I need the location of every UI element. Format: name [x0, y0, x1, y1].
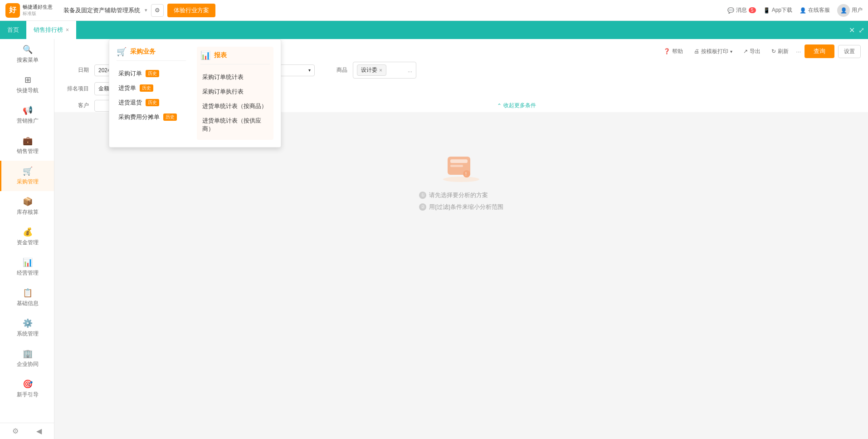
tab-close-icon[interactable]: ✕: [849, 26, 855, 35]
date-label: 日期: [62, 66, 89, 74]
inventory-icon: 📦: [23, 197, 33, 207]
user-item[interactable]: 👤 用户: [837, 4, 863, 17]
messages-item[interactable]: 💬 消息 5: [727, 6, 756, 14]
system-name: 装备及固定资产辅助管理系统: [63, 6, 140, 15]
tab-expand-icon[interactable]: ⤢: [858, 26, 864, 35]
purchase-order-label: 采购订单: [118, 69, 142, 78]
toolbar-more-icon[interactable]: ···: [796, 48, 801, 55]
sidebar-item-basic[interactable]: 📋 基础信息: [0, 282, 54, 313]
sidebar-inventory-label: 库存核算: [17, 208, 39, 216]
online-service-label: 在线客服: [808, 6, 830, 14]
expense-history[interactable]: 历史: [163, 113, 177, 121]
query-btn[interactable]: 查询: [805, 44, 834, 58]
tab-sales-ranking-label: 销售排行榜: [34, 26, 63, 34]
rank-value: 金额: [98, 85, 109, 93]
sidebar-item-sales[interactable]: 💼 销售管理: [0, 130, 54, 161]
help-btn[interactable]: ❓ 帮助: [660, 46, 687, 57]
sidebar-item-finance[interactable]: 💰 资金管理: [0, 222, 54, 252]
reports-col-title-label: 报表: [214, 51, 227, 59]
export-icon: ↗: [743, 48, 748, 54]
message-icon: 💬: [727, 7, 734, 14]
tip-text-2: 用[过滤]条件来缩小分析范围: [429, 201, 503, 213]
purchase-col-title-label: 采购业务: [130, 48, 156, 56]
print-icon: 🖨: [694, 48, 699, 54]
refresh-label: 刷新: [778, 48, 789, 55]
svg-point-0: [443, 177, 479, 182]
sidebar-purchase-label: 采购管理: [17, 178, 39, 186]
empty-tips: ① 请先选择要分析的方案 ② 用[过滤]条件来缩小分析范围: [419, 189, 503, 213]
goods-tag-close[interactable]: ×: [379, 67, 382, 74]
app-download-item[interactable]: 📱 App下载: [763, 6, 792, 14]
sidebar-item-purchase[interactable]: 🛒 采购管理: [0, 161, 54, 191]
quick-nav-icon: ⊞: [24, 75, 31, 85]
industry-btn[interactable]: 体验行业方案: [167, 4, 215, 17]
sidebar-settings-btn[interactable]: ⚙: [12, 427, 19, 435]
tab-bar: 首页 销售排行榜 × ✕ ⤢: [0, 21, 868, 39]
export-btn[interactable]: ↗ 导出: [740, 46, 764, 57]
incoming-stat-goods-label: 进货单统计表（按商品）: [202, 102, 267, 110]
purchase-order-history[interactable]: 历史: [146, 70, 159, 77]
finance-icon: 💰: [23, 227, 33, 237]
sidebar-item-guide[interactable]: 🎯 新手引导: [0, 374, 54, 404]
sidebar-sales-label: 销售管理: [17, 148, 39, 155]
purchase-icon: 🛒: [23, 166, 33, 176]
menu-item-return[interactable]: 进货退货 历史: [117, 95, 186, 110]
incoming-history[interactable]: 历史: [140, 84, 153, 92]
sidebar-collapse-btn[interactable]: ◀: [36, 427, 42, 435]
svg-point-4: [463, 170, 470, 178]
return-label: 进货退货: [118, 99, 142, 107]
sales-icon: 💼: [23, 136, 33, 146]
menu-item-po-stat[interactable]: 采购订单统计表: [200, 70, 270, 84]
sidebar-item-enterprise[interactable]: 🏢 企业协同: [0, 343, 54, 374]
settings-btn[interactable]: 设置: [838, 45, 861, 58]
tab-home-label: 首页: [7, 26, 19, 34]
tab-home[interactable]: 首页: [0, 21, 26, 39]
menu-item-incoming-stat-goods[interactable]: 进货单统计表（按商品）: [200, 99, 270, 113]
rank-label: 排名项目: [62, 85, 89, 93]
sidebar-item-search[interactable]: 🔍 搜索菜单: [0, 39, 54, 69]
menu-item-purchase-order[interactable]: 采购订单 历史: [117, 66, 186, 81]
menu-item-incoming-stat-supplier[interactable]: 进货单统计表（按供应商）: [200, 113, 270, 136]
refresh-icon: ↻: [771, 48, 776, 54]
sidebar-quick-nav-label: 快捷导航: [17, 87, 39, 94]
svg-rect-3: [450, 165, 463, 167]
help-label: 帮助: [672, 48, 683, 55]
sidebar-item-marketing[interactable]: 📢 营销推广: [0, 100, 54, 130]
menu-item-po-exec[interactable]: 采购订单执行表: [200, 84, 270, 99]
marketing-icon: 📢: [23, 105, 33, 115]
collapse-btn[interactable]: ⌃ 收起更多条件: [494, 99, 539, 112]
settings-icon-btn[interactable]: ⚙: [151, 4, 164, 17]
sidebar-item-inventory[interactable]: 📦 库存核算: [0, 191, 54, 222]
logo-subtitle: 标准版: [23, 10, 53, 17]
sidebar-item-system[interactable]: ⚙️ 系统管理: [0, 313, 54, 343]
basic-icon: 📋: [23, 288, 33, 298]
sidebar-operation-label: 经营管理: [17, 269, 39, 277]
empty-tip-1: ① 请先选择要分析的方案: [419, 189, 503, 201]
sidebar-marketing-label: 营销推广: [17, 117, 39, 125]
customer-label: 客户: [62, 102, 89, 109]
sidebar-item-quick-nav[interactable]: ⊞ 快捷导航: [0, 69, 54, 100]
system-dropdown-btn[interactable]: ▾: [145, 7, 147, 13]
online-service-item[interactable]: 👤 在线客服: [800, 6, 830, 14]
menu-item-incoming[interactable]: 进货单 历史: [117, 81, 186, 95]
tab-close-btn[interactable]: ×: [66, 27, 69, 33]
po-exec-label: 采购订单执行表: [202, 88, 244, 96]
sidebar-bottom: ⚙ ◀: [0, 423, 54, 439]
menu-item-expense[interactable]: 采购费用分摊单 历史: [117, 110, 186, 124]
return-history[interactable]: 历史: [146, 99, 159, 106]
refresh-btn[interactable]: ↻ 刷新: [768, 46, 792, 57]
tab-sales-ranking[interactable]: 销售排行榜 ×: [26, 21, 76, 39]
po-stat-label: 采购订单统计表: [202, 73, 244, 81]
sidebar-finance-label: 资金管理: [17, 239, 39, 247]
sidebar-guide-label: 新手引导: [17, 391, 39, 399]
operation-icon: 📊: [23, 257, 33, 267]
sidebar-item-operation[interactable]: 📊 经营管理: [0, 252, 54, 282]
goods-select[interactable]: 设计委 × ...: [353, 62, 416, 79]
print-btn[interactable]: 🖨 按模板打印 ▾: [690, 46, 736, 57]
dropdown-col-reports: 📊 报表 采购订单统计表 采购订单执行表 进货单统计表（按商品） 进货单统计表（…: [197, 47, 273, 140]
goods-tag: 设计委 ×: [357, 64, 386, 76]
logo-title: 畅捷通好生意: [23, 4, 53, 10]
sidebar-enterprise-label: 企业协同: [17, 360, 39, 368]
header-nav: 装备及固定资产辅助管理系统 ▾ ⚙ 体验行业方案: [60, 4, 727, 17]
empty-illustration: !: [439, 148, 484, 184]
